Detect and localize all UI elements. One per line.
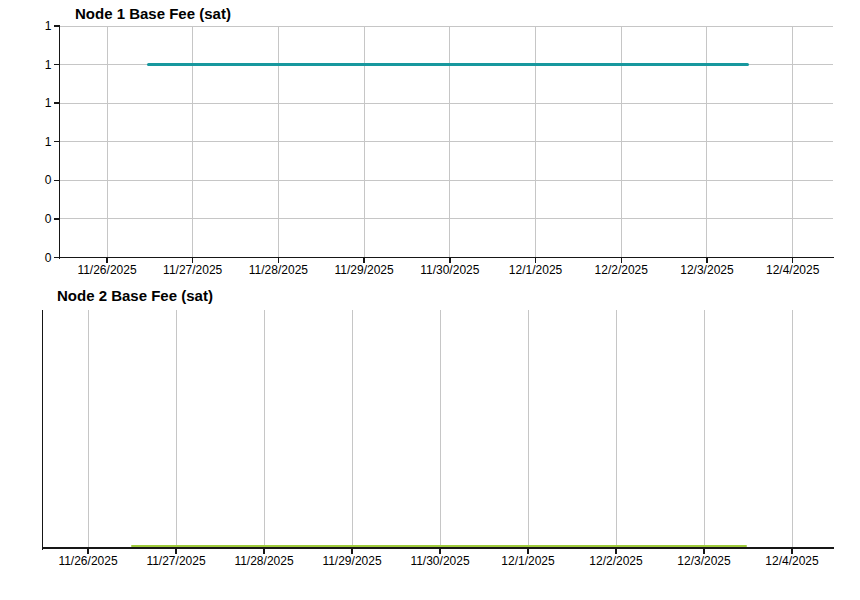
y-grid-line — [60, 218, 834, 219]
y-tick-label: 1 — [19, 135, 52, 149]
x-tick-label: 12/2/2025 — [571, 554, 661, 568]
series-line-node1 — [147, 63, 749, 66]
charts-panel: Node 1 Base Fee (sat) Node 2 Base Fee (s… — [0, 0, 860, 600]
x-tick-label: 12/4/2025 — [748, 263, 838, 277]
x-tick-label: 11/26/2025 — [43, 554, 133, 568]
x-tick-label: 11/28/2025 — [219, 554, 309, 568]
x-grid-line — [176, 310, 177, 548]
x-tick-label: 12/2/2025 — [576, 263, 666, 277]
x-axis-line — [42, 547, 834, 549]
x-tick-label: 12/3/2025 — [659, 554, 749, 568]
x-tick-label: 11/27/2025 — [131, 554, 221, 568]
y-grid-line — [60, 26, 834, 27]
chart-title-node1-base-fee: Node 1 Base Fee (sat) — [75, 5, 231, 22]
x-grid-line — [616, 310, 617, 548]
y-grid-line — [60, 141, 834, 142]
series-line-node2 — [131, 545, 747, 548]
y-tick-label: 0 — [19, 173, 52, 187]
x-tick-label: 12/4/2025 — [747, 554, 837, 568]
x-grid-line — [88, 310, 89, 548]
x-tick-label: 11/26/2025 — [62, 263, 152, 277]
y-tick-label: 1 — [19, 19, 52, 33]
y-axis-line — [59, 26, 61, 259]
x-grid-line — [352, 310, 353, 548]
y-tick-label: 1 — [19, 58, 52, 72]
y-tick-label: 1 — [19, 96, 52, 110]
x-axis-line — [59, 257, 834, 259]
chart-title-node2-base-fee: Node 2 Base Fee (sat) — [57, 287, 213, 304]
x-grid-line — [528, 310, 529, 548]
x-tick-label: 12/1/2025 — [483, 554, 573, 568]
y-grid-line — [60, 180, 834, 181]
x-tick-label: 11/28/2025 — [233, 263, 323, 277]
x-grid-line — [792, 310, 793, 548]
x-tick-label: 12/3/2025 — [662, 263, 752, 277]
x-grid-line — [704, 310, 705, 548]
x-tick-label: 11/27/2025 — [148, 263, 238, 277]
x-tick-label: 12/1/2025 — [491, 263, 581, 277]
x-grid-line — [440, 310, 441, 548]
x-tick-label: 11/30/2025 — [405, 263, 495, 277]
y-tick-label: 0 — [19, 212, 52, 226]
x-tick-label: 11/29/2025 — [319, 263, 409, 277]
y-tick-label: 0 — [19, 251, 52, 265]
y-grid-line — [60, 103, 834, 104]
x-grid-line — [264, 310, 265, 548]
x-tick-label: 11/29/2025 — [307, 554, 397, 568]
x-tick-label: 11/30/2025 — [395, 554, 485, 568]
y-axis-line — [42, 310, 44, 550]
